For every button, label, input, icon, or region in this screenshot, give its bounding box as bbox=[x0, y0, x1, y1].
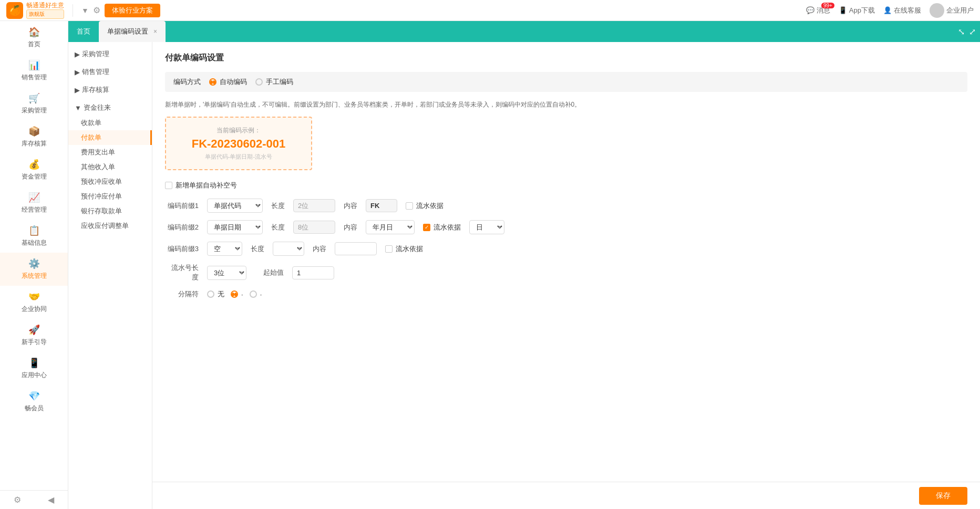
sep-dot-radio[interactable]: · bbox=[231, 290, 243, 298]
user-avatar-item[interactable]: 企业用户 bbox=[930, 3, 974, 18]
content1-label: 内容 bbox=[344, 201, 357, 211]
serial1-label: 流水依据 bbox=[416, 201, 443, 211]
form-area: 付款单编码设置 编码方式 自动编码 手工编码 bbox=[152, 42, 980, 482]
manual-radio-label: 手工编码 bbox=[266, 77, 293, 87]
content3-input[interactable] bbox=[335, 242, 377, 255]
panel-layout: ▶ 采购管理 ▶ 销售管理 ▶ 库存核算 bbox=[68, 42, 980, 509]
sidebar-item-coop[interactable]: 🤝 企业协同 bbox=[0, 286, 68, 319]
ops-icon: 📈 bbox=[28, 192, 40, 203]
form-wrapper: 付款单编码设置 编码方式 自动编码 手工编码 bbox=[152, 42, 980, 509]
content3-label: 内容 bbox=[313, 244, 326, 254]
prefix2-select-wrapper: 单据日期 bbox=[207, 220, 263, 234]
tab-expand-icon[interactable]: ⤡ bbox=[958, 27, 965, 37]
menu-sub-adjust[interactable]: 应收应付调整单 bbox=[68, 219, 152, 233]
serial2-label: 流水依据 bbox=[434, 223, 461, 232]
sidebar-item-purchase[interactable]: 🛒 采购管理 bbox=[0, 87, 68, 120]
topbar: 🍊 畅通通好生意 旗舰版 ▼ ⚙ 体验行业方案 💬 消息 99+ 📱 App下载… bbox=[0, 0, 980, 21]
app-icon: 📱 bbox=[839, 6, 847, 14]
topbar-left: 🍊 畅通通好生意 旗舰版 ▼ ⚙ 体验行业方案 bbox=[6, 2, 160, 19]
sep-dash-radio[interactable]: · bbox=[250, 290, 262, 298]
menu-title-stock[interactable]: ▶ 库存核算 bbox=[68, 82, 152, 98]
prefix1-select-wrapper: 单据代码 bbox=[207, 199, 263, 213]
serial-length-select[interactable]: 3位 4位 5位 bbox=[207, 266, 246, 280]
length3-select[interactable] bbox=[273, 242, 304, 256]
sidebar-item-stock[interactable]: 📦 库存核算 bbox=[0, 120, 68, 153]
tab-collapse-icon[interactable]: ⤢ bbox=[969, 27, 976, 37]
tab-bar: 首页 单据编码设置 × ⤡ ⤢ bbox=[68, 21, 980, 42]
sidebar-label-fund: 资金管理 bbox=[22, 172, 47, 181]
main-layout: 🏠 首页 📊 销售管理 🛒 采购管理 📦 库存核算 💰 资金管理 📈 经营管理 … bbox=[0, 21, 980, 509]
menu-sub-payment[interactable]: 付款单 bbox=[68, 130, 152, 145]
sidebar-bottom: ⚙ ◀ bbox=[0, 490, 68, 509]
content2-label: 内容 bbox=[344, 223, 357, 232]
chevron-right-icon-sales: ▶ bbox=[75, 68, 80, 76]
menu-group-stock: ▶ 库存核算 bbox=[68, 82, 152, 98]
tab-current[interactable]: 单据编码设置 × bbox=[99, 21, 166, 42]
preview-label: 当前编码示例： bbox=[179, 126, 298, 135]
menu-title-purchase[interactable]: ▶ 采购管理 bbox=[68, 46, 152, 62]
menu-sub-bank[interactable]: 银行存取款单 bbox=[68, 204, 152, 219]
service-icon: 👤 bbox=[883, 6, 892, 14]
sidebar-label-sys: 系统管理 bbox=[22, 272, 47, 281]
content2-select[interactable]: 年月日 bbox=[366, 220, 415, 234]
serial3-checkbox[interactable]: 流水依据 bbox=[385, 244, 423, 254]
tab-home[interactable]: 首页 bbox=[68, 21, 99, 42]
trial-button[interactable]: 体验行业方案 bbox=[105, 4, 160, 17]
menu-title-sales[interactable]: ▶ 销售管理 bbox=[68, 64, 152, 80]
app-download-item[interactable]: 📱 App下载 bbox=[839, 6, 875, 15]
tab-close-icon[interactable]: × bbox=[153, 28, 157, 35]
sidebar-item-home[interactable]: 🏠 首页 bbox=[0, 21, 68, 54]
sep-none-radio[interactable]: 无 bbox=[207, 289, 224, 299]
serial3-label: 流水依据 bbox=[396, 244, 423, 254]
serial2-unit-select[interactable]: 日 月 年 bbox=[469, 220, 504, 234]
menu-group-purchase: ▶ 采购管理 bbox=[68, 46, 152, 62]
auto-radio-dot bbox=[209, 78, 216, 86]
menu-sub-receipt[interactable]: 收款单 bbox=[68, 116, 152, 130]
prefix1-select[interactable]: 单据代码 bbox=[207, 199, 263, 213]
sidebar-item-fund[interactable]: 💰 资金管理 bbox=[0, 153, 68, 186]
auto-fill-checkbox-box bbox=[165, 182, 172, 189]
sidebar-item-ops[interactable]: 📈 经营管理 bbox=[0, 186, 68, 220]
sidebar-item-sales[interactable]: 📊 销售管理 bbox=[0, 54, 68, 87]
menu-sub-prepay-ap[interactable]: 预付冲应付单 bbox=[68, 189, 152, 204]
start-value-input[interactable] bbox=[292, 266, 334, 279]
content1-value: FK bbox=[366, 199, 397, 212]
save-button[interactable]: 保存 bbox=[919, 487, 967, 505]
preview-box: 当前编码示例： FK-20230602-001 单据代码-单据日期-流水号 bbox=[165, 117, 312, 170]
sidebar-label-member: 畅会员 bbox=[25, 404, 44, 413]
prefix3-select[interactable]: 空 bbox=[207, 242, 242, 256]
serial2-checkbox[interactable]: ✓ 流水依据 bbox=[423, 223, 461, 232]
length1-input bbox=[293, 199, 335, 212]
menu-title-fund[interactable]: ▼ 资金往来 bbox=[68, 100, 152, 116]
menu-sub-other-income[interactable]: 其他收入单 bbox=[68, 160, 152, 174]
length1-label: 长度 bbox=[271, 201, 285, 211]
sidebar-item-member[interactable]: 💎 畅会员 bbox=[0, 385, 68, 418]
sidebar-item-guide[interactable]: 🚀 新手引导 bbox=[0, 319, 68, 352]
logo: 🍊 畅通通好生意 旗舰版 bbox=[6, 2, 64, 19]
guide-icon: 🚀 bbox=[28, 324, 40, 336]
prefix-row-3: 编码前缀3 空 长度 内容 bbox=[165, 242, 967, 256]
auto-fill-checkbox[interactable]: 新增单据自动补空号 bbox=[165, 181, 237, 190]
sidebar-item-apps[interactable]: 📱 应用中心 bbox=[0, 352, 68, 385]
message-item[interactable]: 💬 消息 99+ bbox=[806, 6, 830, 15]
manual-radio[interactable]: 手工编码 bbox=[255, 77, 293, 87]
auto-fill-label: 新增单据自动补空号 bbox=[176, 181, 237, 190]
avatar bbox=[930, 3, 944, 18]
nav-dropdown[interactable]: ▼ bbox=[81, 6, 89, 15]
sidebar-item-base[interactable]: 📋 基础信息 bbox=[0, 220, 68, 253]
prefix-row-1: 编码前缀1 单据代码 长度 内容 FK 流水依据 bbox=[165, 199, 967, 213]
sidebar-label-ops: 经营管理 bbox=[22, 205, 47, 214]
fund-icon: 💰 bbox=[28, 159, 40, 170]
menu-sub-expense[interactable]: 费用支出单 bbox=[68, 145, 152, 160]
sidebar-item-sys[interactable]: ⚙️ 系统管理 bbox=[0, 253, 68, 286]
manual-radio-dot bbox=[255, 78, 263, 86]
sidebar-settings-icon[interactable]: ⚙ bbox=[14, 495, 21, 505]
auto-radio[interactable]: 自动编码 bbox=[209, 77, 247, 87]
menu-sub-prepay-ar[interactable]: 预收冲应收单 bbox=[68, 174, 152, 189]
serial1-checkbox[interactable]: 流水依据 bbox=[406, 201, 443, 211]
settings-icon-top[interactable]: ⚙ bbox=[93, 5, 100, 15]
sidebar-collapse-icon[interactable]: ◀ bbox=[48, 495, 54, 505]
message-icon: 💬 bbox=[806, 6, 814, 14]
prefix2-select[interactable]: 单据日期 bbox=[207, 220, 263, 234]
online-service-item[interactable]: 👤 在线客服 bbox=[883, 6, 921, 15]
